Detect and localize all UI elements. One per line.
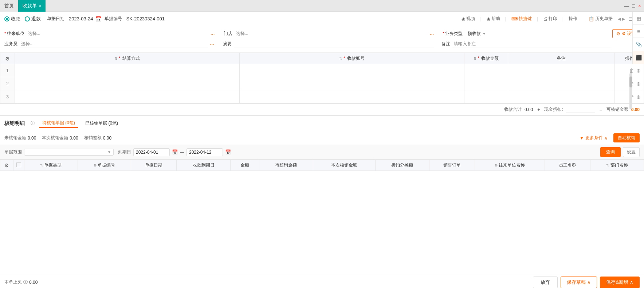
divider-1 (44, 16, 44, 22)
staff-field: 业务员 ··· (4, 40, 216, 47)
cell-note-3[interactable] (508, 90, 615, 103)
number-field: 单据编号 SK-20230324-001 (105, 16, 165, 22)
scrollbar-thumb[interactable] (629, 77, 632, 87)
range-select[interactable]: ▼ (24, 149, 114, 156)
copy-row-1-icon[interactable]: ⊕ (636, 68, 641, 74)
cell-amount-2[interactable] (464, 77, 508, 90)
sort-icon[interactable]: ⇅ (474, 56, 476, 60)
note-input[interactable] (452, 40, 610, 47)
bth-counterparty: ⇅ 往来单位名称 (475, 160, 545, 171)
sidebar-clip-icon[interactable]: 📎 (633, 38, 644, 51)
date-to-input[interactable] (186, 148, 223, 156)
calendar-to-icon[interactable]: 📅 (225, 149, 231, 155)
row-num-2: 2 (0, 77, 15, 90)
cell-note-2[interactable] (508, 77, 615, 90)
store-more-btn[interactable]: ··· (428, 31, 436, 37)
video-btn[interactable]: ◉ 视频 (460, 15, 476, 23)
nav-next-icon[interactable]: ▶ (622, 16, 625, 21)
scrollbar[interactable] (629, 73, 632, 109)
unverified-stat: 未核销金额 0.00 (4, 135, 36, 141)
tab-pending[interactable]: 待核销单据 (0笔) (39, 119, 78, 128)
footer-help-icon[interactable]: ⓘ (23, 279, 28, 285)
footer: 本单上欠 ⓘ 0.00 放弃 保存草稿 ∧ 保存&新增 ∧ (0, 274, 644, 290)
cell-payment-1[interactable] (15, 64, 240, 77)
cell-account-3[interactable] (240, 90, 464, 103)
table-row: 3 🗑 ⊕ (0, 90, 644, 103)
business-type-chevron-icon[interactable]: ▼ (482, 32, 486, 36)
sidebar-list-icon[interactable]: ≡ (633, 25, 644, 38)
btable-settings-icon[interactable]: ⚙ (4, 162, 9, 168)
cell-payment-2[interactable] (15, 77, 240, 90)
store-input[interactable] (235, 30, 428, 37)
copy-row-3-icon[interactable]: ⊕ (636, 94, 641, 100)
staff-input[interactable] (20, 40, 208, 47)
calendar-from-icon[interactable]: 📅 (172, 149, 178, 155)
sort-icon[interactable]: ⇅ (606, 163, 609, 167)
sort-icon[interactable]: ⇅ (114, 56, 117, 60)
verify-help-icon[interactable]: ⓘ (31, 120, 35, 126)
cell-note-1[interactable] (508, 64, 615, 77)
verification-section: 核销明细 ⓘ 待核销单据 (0笔) 已核销单据 (0笔) 未核销金额 0.00 (0, 116, 644, 290)
cell-payment-3[interactable] (15, 90, 240, 103)
filter-actions: 查询 设置 (600, 147, 640, 157)
cell-account-2[interactable] (240, 77, 464, 90)
receipt-radio[interactable]: 收款 (4, 16, 20, 22)
sidebar-table-icon[interactable]: ▦ (633, 12, 644, 25)
date-from-input[interactable] (133, 148, 170, 156)
bth-pending-amount: 待核销金额 (259, 160, 313, 171)
select-all-checkbox[interactable] (16, 162, 21, 167)
filter-settings-btn[interactable]: 设置 (623, 147, 640, 157)
cell-account-1[interactable] (240, 64, 464, 77)
history-btn[interactable]: 📋 历史单据 (587, 15, 614, 23)
keyboard-icon: ⌨ (511, 16, 518, 21)
save-draft-btn[interactable]: 保存草稿 ∧ (561, 277, 597, 288)
counterparty-more-btn[interactable]: ··· (209, 31, 216, 37)
shortcut-btn[interactable]: ⌨ 快捷键 (510, 15, 533, 23)
diff-stat: 核销差额 0.00 (84, 135, 111, 141)
tab-receipt[interactable]: 收款单 × (18, 0, 46, 12)
tab-close-icon[interactable]: × (39, 4, 41, 8)
save-new-btn[interactable]: 保存&新增 ∧ (600, 277, 640, 288)
summary-input[interactable] (234, 40, 434, 47)
query-btn[interactable]: 查询 (600, 147, 621, 157)
sort-icon[interactable]: ⇅ (339, 56, 342, 60)
delete-row-1-icon[interactable]: 🗑 (629, 68, 634, 74)
calendar-icon[interactable]: 📅 (95, 16, 102, 22)
sidebar-camera-icon[interactable]: ⬛ (633, 51, 644, 64)
help-btn[interactable]: ◉ 帮助 (485, 15, 502, 23)
operation-btn[interactable]: 操作 (567, 15, 579, 23)
close-icon[interactable]: × (638, 3, 641, 9)
maximize-icon[interactable]: □ (632, 3, 635, 9)
nav-prev-icon[interactable]: ◀ (618, 16, 621, 21)
refund-radio[interactable]: 退款 (25, 16, 41, 22)
minimize-icon[interactable]: — (624, 3, 629, 9)
cell-amount-1[interactable] (464, 64, 508, 77)
tab-home[interactable]: 首页 (0, 0, 18, 12)
th-settings[interactable]: ⚙ (0, 53, 15, 64)
sort-icon[interactable]: ⇅ (94, 163, 97, 167)
history-icon: 📋 (589, 16, 594, 21)
tab-bar: 首页 收款单 × — □ × (0, 0, 644, 12)
more-conditions-btn[interactable]: ▼ 更多条件 ∧ (580, 135, 608, 141)
staff-more-btn[interactable]: ··· (208, 41, 216, 47)
receipt-table-section: ⚙ ⇅ * 结算方式 ⇅ * 收款账号 ⇅ (0, 53, 644, 103)
sort-icon[interactable]: ⇅ (40, 163, 43, 167)
auto-verify-btn[interactable]: 自动核销 (613, 133, 640, 142)
tab-done[interactable]: 已核销单据 (0笔) (82, 119, 121, 128)
sort-icon[interactable]: ⇅ (495, 163, 498, 167)
discount-input[interactable] (566, 106, 595, 113)
footer-actions: 放弃 保存草稿 ∧ 保存&新增 ∧ (533, 277, 640, 288)
toolbar-right: ◉ 视频 | ◉ 帮助 | ⌨ 快捷键 | 🖨 打印 | (460, 15, 640, 23)
bth-bill-number: ⇅ 单据编号 (78, 160, 131, 171)
table-settings-icon[interactable]: ⚙ (5, 56, 10, 62)
copy-row-2-icon[interactable]: ⊕ (636, 81, 641, 87)
form-row-2: 业务员 ··· 摘要 备注 (4, 40, 640, 47)
note-field: 备注 (441, 40, 610, 47)
cell-amount-3[interactable] (464, 90, 508, 103)
print-btn[interactable]: 🖨 打印 (542, 15, 559, 23)
counterparty-input[interactable] (27, 30, 209, 37)
bth-settings[interactable]: ⚙ (0, 160, 13, 171)
receipt-radio-dot (4, 16, 9, 21)
abandon-btn[interactable]: 放弃 (533, 277, 558, 288)
bth-sales-order: 销售订单 (429, 160, 475, 171)
